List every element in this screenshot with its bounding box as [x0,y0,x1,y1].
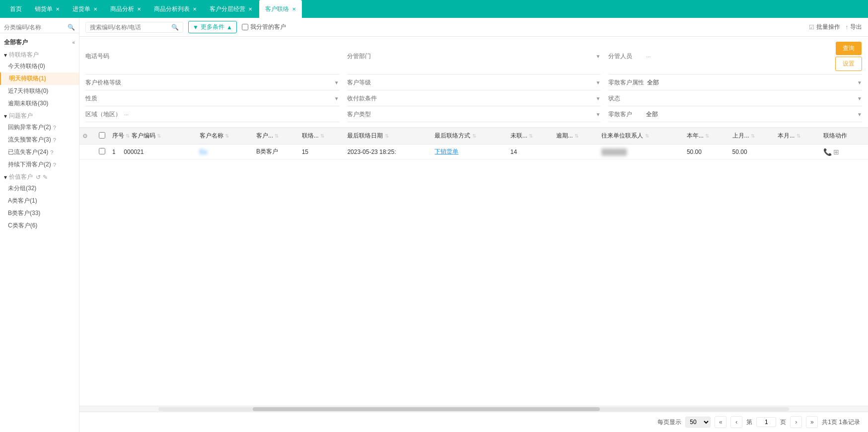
filter-customer-grade-dropdown[interactable]: ▼ [385,80,601,85]
col-last-contact-method[interactable]: 最后联络方式 ⇅ [432,128,507,144]
col-last-contact-date[interactable]: 最后联络日期 ⇅ [344,128,432,144]
nav-customer-tier[interactable]: 客户分层经营 ✕ [204,0,258,18]
chevron-down-icon: ▼ [857,112,862,117]
col-contact-person[interactable]: 往来单位联系人 ⇅ [598,128,684,144]
sidebar-search-input[interactable] [4,24,68,31]
col-last-month[interactable]: 上月... ⇅ [729,128,775,144]
prev-page-button[interactable]: ‹ [730,416,742,428]
per-page-select[interactable]: 50 10 20 100 [685,417,711,428]
col-type[interactable]: 客户... ⇅ [253,128,299,144]
table-row: 1 000021 Ea B类客户 15 [79,144,868,159]
sort-icon: ⇅ [275,133,279,139]
nav-home[interactable]: 首页 [4,0,28,18]
filter-retail-customer-dropdown[interactable]: 全部 ▼ [646,110,862,119]
more-action-icon[interactable]: ⊞ [833,148,839,156]
col-overdue[interactable]: 逾期... ⇅ [553,128,599,144]
chevron-down-icon: ▼ [595,96,600,101]
cell-action[interactable]: 📞 ⊞ [820,144,868,159]
filter-payment-terms-dropdown[interactable]: ▼ [385,96,601,101]
col-contact-count[interactable]: 联络... ⇅ [299,128,345,144]
sidebar-item-overdue-contact[interactable]: 逾期未联络(30) [0,97,79,110]
close-icon[interactable]: ✕ [292,6,296,12]
filter-manager-more[interactable]: ··· [646,54,651,60]
more-filter-button[interactable]: ▼ 更多条件 ▲ [188,21,237,33]
close-icon[interactable]: ✕ [56,6,60,12]
nav-customer-contact[interactable]: 客户联络 ✕ [259,0,302,18]
search-icon[interactable]: 🔍 [68,24,75,31]
batch-op-icon: ☑ [809,24,814,31]
next-page-button[interactable]: › [790,416,802,428]
filter-customer-grade: 客户等级 ▼ [347,78,601,90]
settings-button[interactable]: 设置 [835,57,862,71]
close-icon[interactable]: ✕ [93,6,97,12]
sidebar-item-b-class[interactable]: B类客户(33) [0,207,79,219]
col-uncontacted[interactable]: 未联... ⇅ [507,128,553,144]
contact-method-link[interactable]: 下销货单 [434,148,458,155]
refresh-icon[interactable]: ↺ [36,174,41,181]
col-this-year[interactable]: 本年... ⇅ [684,128,729,144]
sidebar-item-ungrouped[interactable]: 未分组(32) [0,182,79,195]
search-icon[interactable]: 🔍 [171,24,179,31]
filter-customer-type: 客户类型 ▼ [347,110,601,122]
sidebar-item-c-class[interactable]: C类客户(6) [0,219,79,232]
sidebar-item-churn-warning[interactable]: 流失预警客户(3) ? [0,134,79,146]
sidebar-item-7days-contact[interactable]: 近7天待联络(0) [0,85,79,97]
sidebar-item-declining[interactable]: 持续下滑客户(2) ? [0,158,79,171]
cell-last-contact-method[interactable]: 下销货单 [432,144,507,159]
row-checkbox[interactable] [99,148,105,154]
filter-status: 状态 ▼ [608,94,862,106]
col-checkbox[interactable] [94,128,109,144]
col-code[interactable]: 序号 ⇅ 客户编码 ⇅ [109,128,197,144]
sort-icon: ⇅ [705,133,709,139]
col-name[interactable]: 客户名称 ⇅ [197,128,253,144]
select-all-checkbox[interactable] [99,132,105,139]
sidebar-item-a-class[interactable]: A类客户(1) [0,195,79,207]
col-gear[interactable]: ⚙ [79,128,94,144]
filter-retail-attr-dropdown[interactable]: 全部 ▼ [647,78,862,87]
edit-icon[interactable]: ✎ [43,174,48,181]
close-icon[interactable]: ✕ [248,6,252,12]
query-button[interactable]: 查询 [836,42,862,55]
sidebar-item-churned[interactable]: 已流失客户(24) ? [0,146,79,158]
close-icon[interactable]: ✕ [193,6,197,12]
top-navigation: 首页 销货单 ✕ 进货单 ✕ 商品分析 ✕ 商品分析列表 ✕ 客户分层经营 ✕ … [0,0,868,18]
last-page-button[interactable]: » [806,416,818,428]
sort-icon: ⇅ [225,133,229,139]
filter-department-dropdown[interactable]: ▼ [385,54,601,59]
filter-region-more[interactable]: ··· [124,112,129,118]
page-input[interactable] [756,417,776,427]
horizontal-scrollbar[interactable] [79,406,868,412]
nav-product-analysis[interactable]: 商品分析 ✕ [104,0,147,18]
my-customer-checkbox[interactable] [242,24,248,30]
filter-toolbar: 🔍 ▼ 更多条件 ▲ 我分管的客户 ☑ 批量操作 ↑ 导出 [79,18,868,37]
first-page-button[interactable]: « [715,416,726,428]
close-icon[interactable]: ✕ [137,6,141,12]
sidebar-item-today-contact[interactable]: 今天待联络(0) [0,60,79,72]
nav-sales-order[interactable]: 销货单 ✕ [29,0,66,18]
cell-type: B类客户 [253,144,299,159]
nav-purchase-order[interactable]: 进货单 ✕ [67,0,103,18]
per-page-label: 每页显示 [657,418,681,427]
customer-name[interactable]: Ea [200,148,207,155]
phone-icon[interactable]: 📞 [823,148,832,156]
chevron-down-icon: ▼ [857,80,862,85]
page-suffix: 页 [780,418,786,427]
my-customer-checkbox-area[interactable]: 我分管的客户 [242,23,286,31]
search-input[interactable] [90,24,169,31]
col-this-month[interactable]: 本月... ⇅ [775,128,820,144]
filter-nature-dropdown[interactable]: ▼ [123,96,339,101]
filter-customer-type-dropdown[interactable]: ▼ [385,112,601,117]
cell-checkbox[interactable] [94,144,109,159]
all-customers-header[interactable]: 全部客户 « [0,36,79,49]
filter-status-dropdown[interactable]: ▼ [646,96,862,101]
export-button[interactable]: ↑ 导出 [845,23,862,31]
batch-op-button[interactable]: ☑ 批量操作 [809,23,840,31]
sidebar-item-abnormal-repurchase[interactable]: 回购异常客户(2) ? [0,121,79,134]
cell-name[interactable]: Ea [197,144,253,159]
sort-icon: ⇅ [575,133,579,139]
filter-retail-customer-label: 零散客户 [608,110,643,119]
gear-icon[interactable]: ⚙ [82,133,88,140]
nav-product-analysis-list[interactable]: 商品分析列表 ✕ [148,0,203,18]
sidebar-item-tomorrow-contact[interactable]: 明天待联络(1) [0,72,79,85]
filter-price-grade-dropdown[interactable]: ▼ [124,80,339,85]
